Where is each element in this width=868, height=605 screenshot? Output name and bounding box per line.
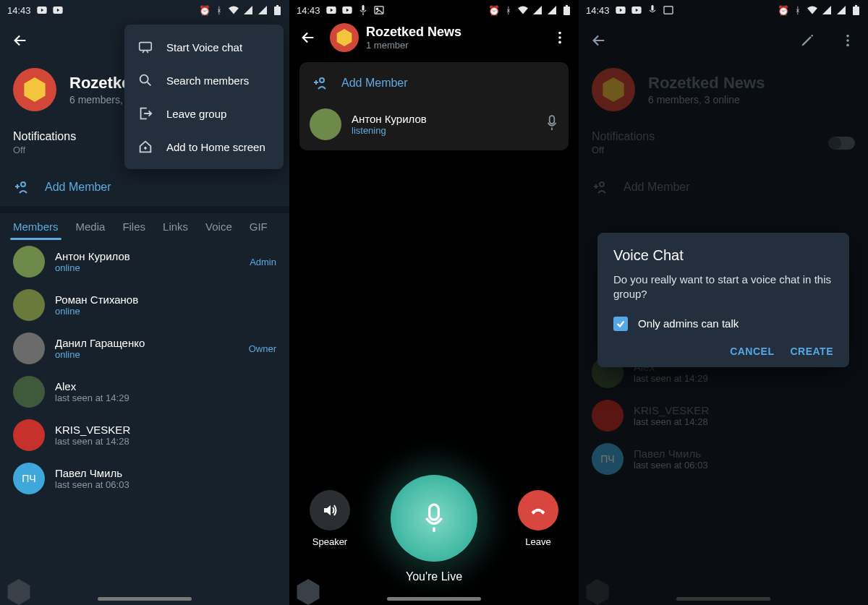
svg-rect-23 [664,7,673,14]
only-admins-checkbox[interactable]: Only admins can talk [613,317,833,331]
avatar [13,376,45,408]
cancel-button[interactable]: CANCEL [730,346,774,357]
svg-point-28 [846,44,849,47]
youtube-icon [326,5,336,15]
group-avatar[interactable] [592,68,635,111]
alarm-icon: ⏰ [778,5,788,15]
member-name: Alex [55,380,129,392]
member-status: online [55,349,145,360]
alarm-icon: ⏰ [489,5,499,15]
search-icon [137,72,153,88]
add-member-row[interactable]: Add Member [0,168,289,213]
member-row[interactable]: KRIS_VESKER last seen at 14:28 [579,394,868,437]
participants-card: Add Member Антон Курилов listening [299,62,569,150]
leave-label: Leave [525,536,550,547]
member-row[interactable]: Данил Гаращенко online Owner [0,327,289,370]
image-icon [374,5,384,15]
group-avatar[interactable] [13,68,56,111]
bluetooth-icon: ᚼ [793,5,803,15]
create-button[interactable]: CREATE [790,346,833,357]
menu-item-label: Leave group [166,108,226,120]
youtube-icon [53,5,63,15]
status-time: 14:43 [586,5,610,16]
avatar [13,332,45,364]
tab-files[interactable]: Files [122,220,145,240]
participant-row[interactable]: Антон Курилов listening [299,101,569,147]
wifi-icon [807,5,817,15]
status-time: 14:43 [297,5,320,16]
avatar [13,246,45,278]
nav-handle[interactable] [98,597,192,601]
status-bar: 14:43 ⏰ ᚼ [0,0,289,20]
avatar [13,289,45,321]
image-icon [663,5,673,15]
group-avatar[interactable] [330,23,359,52]
add-user-icon [592,179,609,196]
more-button[interactable] [545,23,574,52]
notifications-toggle[interactable] [829,137,855,150]
voice-chat-subtitle: 1 member [366,40,461,51]
svg-rect-13 [566,5,568,7]
member-row[interactable]: Alex last seen at 14:29 [0,370,289,413]
back-button[interactable] [294,23,323,52]
member-row[interactable]: Антон Курилов online Admin [0,240,289,283]
member-row[interactable]: KRIS_VESKER last seen at 14:28 [0,413,289,457]
participant-status: listening [352,125,427,136]
tab-gif[interactable]: GIF [250,220,268,240]
add-member-row[interactable]: Add Member [299,65,569,101]
voice-chat-controls: Speaker Leave [289,475,579,562]
edit-button[interactable] [793,26,822,55]
leave-icon [137,106,153,121]
svg-point-17 [320,78,324,82]
dialog-body: Do you really want to start a voice chat… [613,273,833,302]
home-icon [137,139,153,155]
alarm-icon: ⏰ [200,5,210,15]
group-subtitle: 6 members, 3 online [648,94,765,106]
nav-handle[interactable] [387,597,481,601]
menu-item-label: Start Voice chat [166,41,242,53]
battery-icon [561,5,571,15]
svg-point-29 [600,182,604,186]
bluetooth-icon: ᚼ [214,5,224,15]
back-button[interactable] [6,26,35,55]
checkbox-icon [613,317,628,331]
member-row[interactable]: ПЧ Павел Чмиль last seen at 06:03 [579,437,868,481]
nav-handle[interactable] [676,597,770,601]
add-member-label: Add Member [624,181,690,194]
mic-toggle-button[interactable] [391,475,477,562]
bluetooth-icon: ᚼ [503,5,514,15]
speaker-button[interactable] [310,490,350,531]
svg-rect-22 [651,5,653,11]
add-member-row[interactable]: Add Member [579,168,868,206]
signal-icon [243,5,253,15]
dialog-actions: CANCEL CREATE [613,346,833,357]
participant-name: Антон Курилов [352,113,427,125]
tab-media[interactable]: Media [76,220,106,240]
member-status: online [55,262,130,273]
menu-leave-group[interactable]: Leave group [124,97,284,130]
avatar [310,108,341,140]
tab-links[interactable]: Links [163,220,188,240]
svg-rect-5 [140,43,152,51]
notifications-row[interactable]: Notifications Off [579,123,868,168]
member-name: Антон Курилов [55,250,130,262]
menu-start-voice-chat[interactable]: Start Voice chat [124,30,284,64]
notifications-value: Off [592,145,655,155]
menu-add-home[interactable]: Add to Home screen [124,130,284,163]
mic-icon [358,5,368,15]
back-button[interactable] [584,26,613,55]
more-button[interactable] [833,26,862,55]
member-list: Антон Курилов online Admin Роман Стихано… [0,240,289,500]
mic-icon [647,5,658,15]
member-row[interactable]: Роман Стиханов online [0,283,289,327]
voice-chat-icon [137,39,153,55]
nav-hex-icon [584,579,610,605]
member-name: Павел Чмиль [634,447,708,460]
tab-voice[interactable]: Voice [205,220,232,240]
member-row[interactable]: ПЧ Павел Чмиль last seen at 06:03 [0,457,289,500]
phone-screen-1: 14:43 ⏰ ᚼ Rozetked 6 members, 3 Notifica… [0,0,289,605]
menu-search-members[interactable]: Search members [124,64,284,97]
tab-members[interactable]: Members [13,220,59,240]
leave-button[interactable] [518,490,558,531]
signal-icon [822,5,832,15]
